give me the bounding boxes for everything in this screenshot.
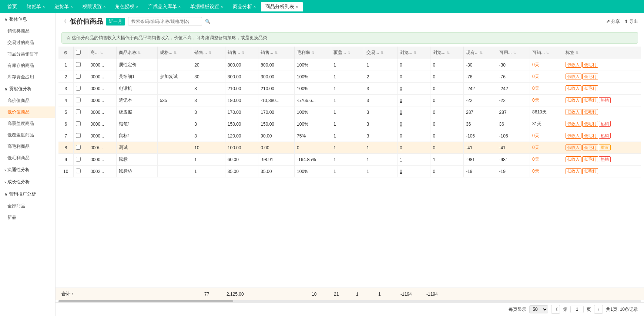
row-checkbox[interactable] [76,109,81,114]
col-available[interactable]: 可用... ⇅ [497,47,530,59]
row-browse1[interactable]: 0 [397,130,430,142]
nav-purchase[interactable]: 进货单 × [50,2,77,11]
col-coverage[interactable]: 覆盖... ⇅ [331,47,364,59]
share-btn[interactable]: ⇗ 分享 [606,18,620,25]
col-code[interactable]: 商... ⇅ [88,47,116,59]
row-tags: 低收入低毛利热销 [563,130,641,142]
nav-template-close[interactable]: × [221,4,223,9]
row-browse1[interactable]: 0 [397,106,430,118]
row-checkbox[interactable] [76,74,81,79]
sidebar-item-all-goods[interactable]: 全部商品 [0,200,55,212]
sidebar-section-growth[interactable]: › 成长性分析 [0,176,55,188]
sidebar-section-circulation[interactable]: › 流通性分析 [0,164,55,176]
row-checkbox-cell[interactable] [73,118,88,130]
sidebar-item-category-rate[interactable]: 商品分类销售率 [0,48,55,60]
row-checkbox[interactable] [76,86,81,91]
page-size-select[interactable]: 50 100 200 [529,305,548,313]
row-checkbox-cell[interactable] [73,71,88,83]
next-page-btn[interactable]: › [594,305,603,314]
row-browse1[interactable]: 0 [397,71,430,83]
row-checkbox[interactable] [76,98,81,102]
sidebar-item-low-coverage[interactable]: 低覆盖度商品 [0,129,55,141]
nav-sales-close[interactable]: × [43,4,45,9]
nav-goods-analysis[interactable]: 商品分析 × [228,2,260,11]
sidebar-item-high-profit[interactable]: 高毛利商品 [0,141,55,152]
sidebar-section-contribution[interactable]: ∨ 贡献值分析 [0,83,55,95]
tag-badge: 低收入 [566,85,581,91]
search-icon[interactable]: 🔍 [205,19,211,24]
sidebar-item-in-stock[interactable]: 有库存的商品 [0,60,55,71]
sidebar-section-marketing[interactable]: ∨ 营销推广分析 [0,188,55,200]
sidebar-item-high-value[interactable]: 高价值商品 [0,95,55,106]
nav-purchase-close[interactable]: × [70,4,73,9]
sidebar-section-overall[interactable]: ∨ 整体信息 [0,13,55,26]
sidebar-item-low-profit[interactable]: 低毛利商品 [0,152,55,164]
col-sales-qty[interactable]: 销售... ⇅ [192,47,225,59]
nav-sales[interactable]: 销货单 × [22,2,49,11]
row-browse1[interactable]: 0 [397,118,430,130]
nav-goods-analysis-list-close[interactable]: × [296,4,298,9]
row-browse1[interactable]: 1 [397,154,430,166]
nav-role-close[interactable]: × [136,4,138,9]
col-trade-count[interactable]: 交易... ⇅ [364,47,398,59]
col-spec[interactable]: 规格... ⇅ [157,47,192,59]
col-sellable[interactable]: 可销... ⇅ [530,47,563,59]
chevron-down-icon-3: ∨ [4,192,8,197]
row-checkbox[interactable] [76,62,81,67]
col-browse1[interactable]: 浏览... ⇅ [397,47,430,59]
row-sales-qty: 30 [192,71,225,83]
row-checkbox[interactable] [76,169,81,173]
sidebar-item-low-value[interactable]: 低价值商品 [0,106,55,118]
nav-product-in-close[interactable]: × [178,4,181,9]
nav-product-in[interactable]: 产成品入库单 × [144,2,185,11]
row-browse1[interactable]: 0 [397,59,430,71]
nav-template[interactable]: 单据模板设置 × [186,2,227,11]
row-checkbox-cell[interactable] [73,154,88,166]
row-browse1[interactable]: 0 [397,142,430,154]
gear-icon[interactable]: ⚙ [64,50,68,55]
sidebar-item-sales-goods[interactable]: 销售类商品 [0,26,55,37]
sidebar-item-new-goods[interactable]: 新品 [0,212,55,223]
nav-goods-analysis-list[interactable]: 商品分析列表 × [261,2,302,11]
sidebar-item-traded-goods[interactable]: 交易过的商品 [0,37,55,48]
row-checkbox-cell[interactable] [73,142,88,154]
col-gear[interactable]: ⚙ [58,47,73,59]
collapse-sidebar-btn[interactable]: 《 [61,18,67,25]
row-browse1[interactable]: 0 [397,166,430,177]
sidebar-item-high-coverage[interactable]: 高覆盖度商品 [0,118,55,129]
nav-goods-analysis-close[interactable]: × [254,4,256,9]
row-no: 4 [58,95,73,106]
col-name[interactable]: 商品名称 ⇅ [116,47,157,59]
nav-role[interactable]: 角色授权 × [111,2,142,11]
sidebar-item-stock-fund[interactable]: 库存资金占用 [0,71,55,83]
row-checkbox-cell[interactable] [73,166,88,177]
row-browse1[interactable]: 0 [397,83,430,95]
row-checkbox-cell[interactable] [73,83,88,95]
col-tags[interactable]: 标签 ⇅ [563,47,641,59]
row-checkbox[interactable] [76,157,81,162]
col-current-stock[interactable]: 现有... ⇅ [464,47,497,59]
col-checkbox[interactable] [73,47,88,59]
time-tag-btn[interactable]: 近一月 [106,18,125,26]
export-btn[interactable]: ⬆ 导出 [624,18,638,25]
current-page-input[interactable] [570,306,584,313]
col-gross-margin[interactable]: 毛利率 ⇅ [295,47,331,59]
col-browse2[interactable]: 浏览... ⇅ [430,47,464,59]
row-checkbox[interactable] [76,133,81,138]
search-input[interactable] [128,17,202,26]
row-checkbox[interactable] [76,145,81,150]
nav-permission[interactable]: 权限设置 × [78,2,110,11]
row-checkbox-cell[interactable] [73,130,88,142]
first-page-btn[interactable]: 《 [551,305,560,314]
row-browse1[interactable]: 0 [397,95,430,106]
row-checkbox-cell[interactable] [73,95,88,106]
nav-home[interactable]: 首页 [3,2,21,11]
row-gross-margin: 0 [295,142,331,154]
row-checkbox[interactable] [76,121,81,126]
row-checkbox-cell[interactable] [73,106,88,118]
select-all-checkbox[interactable] [76,50,81,55]
col-sales-cost[interactable]: 销售... ⇅ [258,47,295,59]
col-sales-amount[interactable]: 销售... ⇅ [225,47,258,59]
row-checkbox-cell[interactable] [73,59,88,71]
nav-permission-close[interactable]: × [103,4,105,9]
